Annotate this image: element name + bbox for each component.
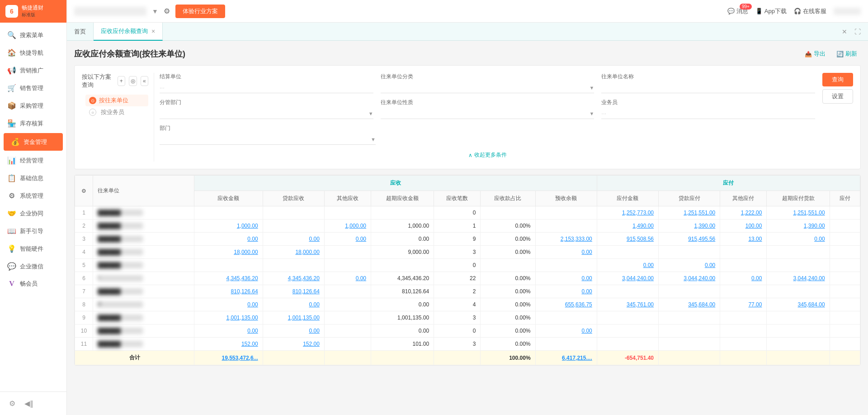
ar-loan-cell[interactable]: 152.00	[263, 338, 324, 351]
settings-button[interactable]: 设置	[822, 89, 853, 104]
online-service-button[interactable]: 🎧 在线客服	[794, 7, 826, 15]
ar-loan-cell[interactable]: 810,126.64	[263, 285, 324, 298]
ar-prepay-cell[interactable]: 0.00	[535, 285, 597, 298]
sidebar-item-smart-hw[interactable]: 💡 智能硬件	[0, 240, 66, 258]
ar-amt-cell[interactable]: 0.00	[194, 298, 263, 311]
ar-amt-cell[interactable]: 0.00	[194, 324, 263, 338]
ar-other-cell[interactable]: 0.00	[324, 233, 371, 246]
filter-option-by-entity[interactable]: ⊙ 按往来单位	[85, 95, 148, 106]
ap-overdue-cell[interactable]: 1,251,551.00	[767, 206, 830, 219]
ap-overdue-cell[interactable]: 0.00	[767, 233, 830, 246]
sidebar-item-basic-info[interactable]: 📋 基础信息	[0, 169, 66, 187]
ap-overdue-cell[interactable]: 3,044,240.00	[767, 272, 830, 285]
ap-other-cell[interactable]: 77.00	[720, 298, 767, 311]
window-close-icon[interactable]: ✕	[840, 26, 849, 37]
ap-other-cell[interactable]: 100.00	[720, 219, 767, 233]
entity-name-value[interactable]	[601, 82, 815, 93]
ar-prepay-cell[interactable]: 655,636.75	[535, 298, 597, 311]
tab-home[interactable]: 首页	[67, 23, 94, 41]
ar-loan-cell[interactable]: 1,001,135.00	[263, 311, 324, 324]
filter-collapse-button[interactable]: «	[141, 76, 149, 86]
settlement-value[interactable]: ···	[160, 82, 373, 93]
ar-amt-cell[interactable]: 18,000.00	[194, 246, 263, 259]
ar-other-cell[interactable]: 1,000.00	[324, 219, 371, 233]
sidebar-item-operations[interactable]: 📊 经营管理	[0, 152, 66, 169]
category-value[interactable]: ▼	[381, 82, 594, 93]
ap-amt-cell[interactable]: 1,252,773.00	[597, 206, 658, 219]
ar-amt-cell[interactable]: 1,001,135.00	[194, 311, 263, 324]
tab-close-icon[interactable]: ×	[151, 28, 155, 35]
ap-amt-cell[interactable]: 3,044,240.00	[597, 272, 658, 285]
tab-ar-ap[interactable]: 应收应付余额查询 ×	[94, 23, 163, 41]
entity-nature-value[interactable]: ▼	[381, 108, 594, 119]
ar-amt-cell[interactable]: 810,126.64	[194, 285, 263, 298]
ap-overdue-cell[interactable]: 1,390.00	[767, 219, 830, 233]
window-expand-icon[interactable]: ⛶	[853, 26, 863, 37]
filter-field-entity-nature: 往来单位性质 ▼	[381, 99, 594, 119]
app-download-button[interactable]: 📱 App下载	[755, 7, 787, 15]
ar-loan-cell[interactable]: 4,345,436.20	[263, 272, 324, 285]
ar-loan-cell[interactable]: 0.00	[263, 298, 324, 311]
promo-button[interactable]: 体验行业方案	[175, 5, 225, 18]
sidebar-item-wechat[interactable]: 💬 企业微信	[0, 258, 66, 275]
department-value[interactable]: ▼	[160, 134, 376, 145]
footer-collapse-icon[interactable]: ◀‖	[23, 397, 35, 410]
footer-ar-amt[interactable]: 19,553,472,6...	[194, 351, 263, 365]
footer-label: 合计	[75, 351, 194, 365]
sidebar-item-corp[interactable]: 🤝 企业协同	[0, 205, 66, 222]
ar-prepay-cell	[535, 311, 597, 324]
ar-amt-cell[interactable]: 4,345,436.20	[194, 272, 263, 285]
ap-loan-cell[interactable]: 915,495.56	[659, 233, 720, 246]
ar-loan-cell[interactable]: 0.00	[263, 324, 324, 338]
footer-ar-prepay[interactable]: 6,417,215....	[535, 351, 597, 365]
ap-loan-cell[interactable]: 345,684.00	[659, 298, 720, 311]
salesman-value[interactable]: ···	[601, 108, 815, 119]
online-service-label: 在线客服	[803, 7, 826, 15]
export-button[interactable]: 📤 导出	[801, 48, 829, 60]
ap-other-cell[interactable]: 0.00	[720, 272, 767, 285]
sidebar-item-system[interactable]: ⚙ 系统管理	[0, 187, 66, 205]
sidebar-item-marketing[interactable]: 📢 营销推广	[0, 62, 66, 79]
filter-add-button[interactable]: +	[118, 76, 126, 86]
ap-other-cell[interactable]: 1,222.00	[720, 206, 767, 219]
ar-amt-cell[interactable]: 0.00	[194, 233, 263, 246]
filter-target-button[interactable]: ◎	[129, 76, 137, 86]
ar-loan-cell[interactable]: 18,000.00	[263, 246, 324, 259]
refresh-button[interactable]: 🔄 刷新	[833, 48, 861, 60]
sidebar-item-finance[interactable]: 💰 资金管理	[4, 133, 63, 151]
ar-other-cell[interactable]: 0.00	[324, 272, 371, 285]
sidebar-item-inventory[interactable]: 🏪 库存核算	[0, 114, 66, 132]
filter-option-by-salesman[interactable]: ○ 按业务员	[85, 106, 148, 118]
query-button[interactable]: 查询	[822, 73, 853, 86]
header-gear-icon[interactable]: ⚙	[164, 7, 170, 15]
sidebar-item-purchase[interactable]: 📦 采购管理	[0, 97, 66, 114]
ap-amt-cell[interactable]: 0.00	[597, 259, 658, 272]
ap-overdue-cell[interactable]: 345,684.00	[767, 298, 830, 311]
ap-loan-cell[interactable]: 1,251,551.00	[659, 206, 720, 219]
ap-loan-cell[interactable]: 1,390.00	[659, 219, 720, 233]
ar-amt-cell[interactable]: 1,000.00	[194, 219, 263, 233]
ar-prepay-cell[interactable]: 0.00	[535, 324, 597, 338]
ap-amt-cell[interactable]: 345,761.00	[597, 298, 658, 311]
table-config-icon[interactable]: ⚙	[75, 176, 93, 206]
ap-loan-cell[interactable]: 0.00	[659, 259, 720, 272]
sidebar-item-search[interactable]: 🔍 搜索菜单	[0, 26, 66, 44]
ar-amt-cell[interactable]: 152.00	[194, 338, 263, 351]
msg-button[interactable]: 💬 消息 99+	[727, 7, 748, 15]
ap-amt-cell[interactable]: 915,508.56	[597, 233, 658, 246]
ar-prepay-cell[interactable]: 0.00	[535, 272, 597, 285]
ar-prepay-cell[interactable]: 0.00	[535, 246, 597, 259]
ap-other-cell[interactable]: 13.00	[720, 233, 767, 246]
ap-loan-cell[interactable]: 3,044,240.00	[659, 272, 720, 285]
ap-amt-cell[interactable]: 1,490.00	[597, 219, 658, 233]
ar-loan-cell[interactable]: 0.00	[263, 233, 324, 246]
collapse-more-button[interactable]: ∧ 收起更多条件	[160, 148, 815, 162]
ar-prepay-cell[interactable]: 2,153,333.00	[535, 233, 597, 246]
sidebar-item-sales[interactable]: 🛒 销售管理	[0, 79, 66, 97]
footer-settings-icon[interactable]: ⚙	[7, 397, 17, 410]
salesman-label: 业务员	[601, 99, 815, 106]
dept-value[interactable]: ▼	[160, 108, 373, 119]
sidebar-item-guide[interactable]: 📖 新手引导	[0, 222, 66, 240]
sidebar-item-member[interactable]: V 畅会员	[0, 275, 66, 292]
sidebar-item-quick-nav[interactable]: 🏠 快捷导航	[0, 44, 66, 62]
